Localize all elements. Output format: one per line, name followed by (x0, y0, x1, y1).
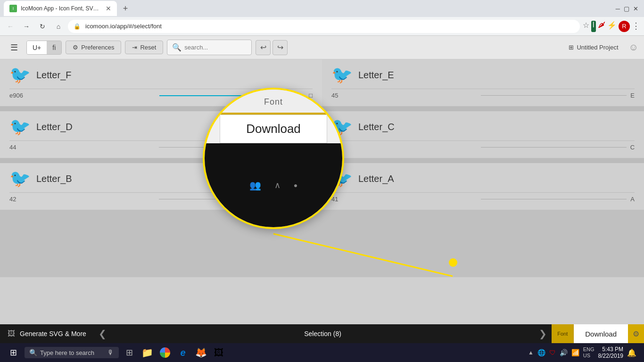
clock-display[interactable]: 5:43 PM 8/22/2019 (598, 346, 623, 359)
date-display: 8/22/2019 (598, 353, 623, 359)
letter-b-symbol: 🐦 (9, 169, 31, 189)
system-tray: ▲ 🌐 🛡 🔊 📶 ENGUS 5:43 PM 8/22/2019 🔔 (528, 346, 640, 359)
letter-b-name: Letter_B (36, 173, 72, 184)
firefox-button[interactable]: 🦊 (192, 344, 209, 361)
selection-label: Selection (8) (304, 330, 341, 337)
magnifier-circle: Font Download 👥 ∧ ● (203, 88, 344, 229)
right-column: 🐦 Letter_E 45 E 🐦 Letter_C 43 C (322, 59, 644, 277)
bookmark-button[interactable]: ☆ (583, 21, 589, 32)
search-input[interactable] (184, 44, 250, 51)
edge-button[interactable]: e (174, 344, 191, 361)
ext1-button[interactable]: I (591, 21, 596, 32)
new-tab-button[interactable]: + (119, 2, 132, 15)
time-display: 5:43 PM (598, 346, 623, 353)
search-icon: 🔍 (172, 43, 182, 52)
magnifier-group-icon: 👥 (249, 180, 261, 191)
wifi-icon[interactable]: 📶 (571, 349, 579, 356)
letter-d-code: 44 (9, 144, 155, 151)
letter-f-name: Letter_F (36, 70, 71, 81)
download-button[interactable]: Download (574, 324, 628, 343)
letter-a-code: 41 (331, 196, 477, 203)
ext3-button[interactable]: ⚡ (607, 21, 617, 32)
letter-c-code: 43 (331, 144, 477, 151)
tab-close-button[interactable]: ✕ (106, 5, 111, 12)
lock-icon: 🔒 (74, 23, 81, 30)
magnifier-download-label: Download (246, 122, 301, 136)
task-view-button[interactable]: ⊞ (121, 344, 138, 361)
gear-icon: ⚙ (73, 44, 78, 51)
icon-card-letter-c[interactable]: 🐦 Letter_C 43 C (322, 111, 644, 158)
taskbar: ⊞ 🔍 Type here to search 🎙 ⊞ 📁 e 🦊 🖼 ▲ 🌐 … (0, 343, 644, 362)
app-toolbar: ☰ U+ fi ⚙ Preferences ⇥ Reset 🔍 ↩ ↪ ⊞ Un… (0, 36, 644, 59)
chrome-button[interactable] (157, 344, 173, 361)
letter-a-char: A (630, 196, 635, 203)
icon-card-letter-a[interactable]: 🐦 Letter_A 41 A (322, 163, 644, 210)
redo-button[interactable]: ↪ (272, 40, 288, 55)
refresh-button[interactable]: ↻ (36, 20, 49, 33)
reset-label: Reset (140, 44, 156, 51)
taskbar-search[interactable]: 🔍 Type here to search 🎙 (25, 347, 119, 358)
letter-c-char: C (630, 144, 635, 151)
generate-section: 🖼 Generate SVG & More (0, 324, 94, 343)
left-arrow-button[interactable]: ❮ (94, 324, 111, 343)
selection-section: Selection (8) (111, 324, 534, 343)
letter-f-symbol: 🐦 (9, 65, 31, 85)
menu-button[interactable]: ☰ (6, 39, 23, 56)
reset-button[interactable]: ⇥ Reset (125, 41, 163, 54)
redo-icon: ↪ (277, 43, 283, 52)
browser-tab[interactable]: I IcoMoon App - Icon Font, SVG, P ✕ (4, 1, 117, 16)
font-type-buttons: U+ fi (26, 41, 62, 55)
unicode-button[interactable]: U+ (27, 41, 47, 54)
close-button[interactable]: ✕ (633, 5, 638, 12)
generate-icon: 🖼 (8, 329, 15, 338)
icon-card-letter-e[interactable]: 🐦 Letter_E 45 E (322, 59, 644, 107)
lang-indicator: ENGUS (583, 346, 594, 359)
history-buttons: ↩ ↪ (256, 40, 288, 55)
ext2-button[interactable]: 🌶 (598, 21, 605, 32)
taskbar-search-placeholder: Type here to search (40, 349, 94, 356)
taskbar-apps: ⊞ 📁 e 🦊 🖼 (121, 344, 227, 361)
preferences-button[interactable]: ⚙ Preferences (66, 41, 121, 54)
right-chevron-icon: ❯ (539, 328, 547, 339)
undo-button[interactable]: ↩ (256, 40, 271, 55)
up-arrow-icon[interactable]: ▲ (528, 349, 534, 356)
address-input[interactable]: 🔒 icomoon.io/app/#/select/font (68, 20, 580, 33)
project-button[interactable]: ⊞ Untitled Project (562, 41, 625, 54)
settings-button[interactable]: ⚙ (628, 324, 644, 343)
letter-c-name: Letter_C (358, 122, 395, 132)
more-button[interactable]: ⋮ (632, 21, 640, 32)
network-icon[interactable]: 🌐 (537, 349, 545, 356)
right-arrow-button[interactable]: ❯ (534, 324, 552, 343)
maximize-button[interactable]: ▢ (624, 5, 629, 12)
letter-e-code: 45 (331, 92, 477, 99)
search-container: 🔍 (167, 40, 252, 55)
reset-icon: ⇥ (132, 44, 137, 51)
project-name: Untitled Project (577, 44, 618, 51)
ligature-button[interactable]: fi (47, 41, 61, 54)
magnifier-chevron-icon: ∧ (274, 180, 281, 190)
volume-icon[interactable]: 🔊 (560, 349, 568, 356)
back-button[interactable]: ← (4, 20, 17, 33)
browser-actions: ☆ I 🌶 ⚡ R ⋮ (583, 21, 640, 32)
file-explorer-button[interactable]: 📁 (139, 344, 156, 361)
tab-title: IcoMoon App - Icon Font, SVG, P (21, 5, 102, 12)
forward-button[interactable]: → (20, 20, 33, 33)
magnifier-circle-icon: ● (294, 181, 297, 189)
letter-e-name: Letter_E (358, 70, 394, 81)
letter-e-symbol: 🐦 (331, 65, 353, 85)
home-button[interactable]: ⌂ (52, 20, 65, 33)
photos-button[interactable]: 🖼 (210, 344, 227, 361)
minimize-button[interactable]: ─ (616, 5, 620, 12)
letter-a-name: Letter_A (358, 173, 394, 184)
start-button[interactable]: ⊞ (4, 343, 23, 362)
profile-button[interactable]: R (619, 21, 630, 32)
notification-button[interactable]: 🔔 (627, 348, 636, 357)
letter-f-code: e906 (9, 92, 156, 99)
left-chevron-icon: ❮ (99, 328, 107, 339)
letter-d-symbol: 🐦 (9, 117, 31, 137)
letter-e-char: E (630, 92, 635, 99)
smiley-button[interactable]: ☺ (629, 42, 638, 53)
security-icon[interactable]: 🛡 (549, 349, 556, 356)
generate-button[interactable]: Generate SVG & More (20, 330, 86, 337)
layers-icon: ⊞ (569, 44, 574, 51)
